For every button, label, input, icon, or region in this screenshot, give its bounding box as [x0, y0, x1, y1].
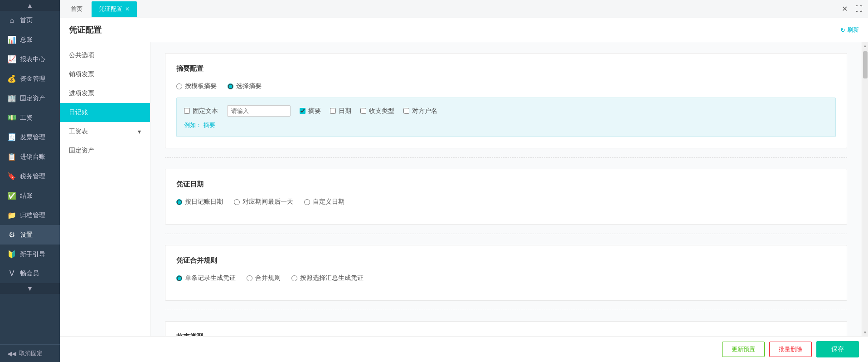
sidebar-item-label: 报表中心	[20, 55, 45, 64]
salary-icon: 💵	[7, 113, 16, 122]
expand-window-button[interactable]: ⛶	[853, 4, 864, 15]
page-content: 凭证配置 ↻ 刷新 公共选项 销项发票 进项发票 日记账	[60, 18, 868, 362]
sidebar-item-salary[interactable]: 💵 工资	[0, 108, 60, 127]
summary-option[interactable]: 摘要	[300, 107, 321, 115]
counterpart-option[interactable]: 对方户名	[403, 107, 437, 115]
tax-icon: 🔖	[7, 172, 16, 181]
sidebar-item-archive[interactable]: 📁 归档管理	[0, 205, 60, 225]
sidebar-item-assets[interactable]: 🏢 固定资产	[0, 88, 60, 108]
reports-icon: 📈	[7, 55, 16, 64]
sidebar-item-invoice-mgmt[interactable]: 🧾 发票管理	[0, 127, 60, 147]
scroll-up-arrow[interactable]: ▲	[862, 42, 868, 49]
sidebar-item-label: 首页	[20, 16, 33, 24]
sidebar-item-vip[interactable]: V 畅会员	[0, 264, 60, 283]
sidebar-item-reports[interactable]: 📈 报表中心	[0, 49, 60, 69]
tab-close-icon[interactable]: ✕	[125, 6, 130, 12]
right-scrollbar: ▲ ▼	[862, 42, 868, 336]
invoice-mgmt-icon: 🧾	[7, 133, 16, 142]
left-nav-public[interactable]: 公共选项	[60, 46, 150, 65]
left-nav-fixed-assets-label: 固定资产	[69, 147, 94, 155]
scroll-thumb[interactable]	[863, 51, 868, 78]
sidebar-scroll-down[interactable]: ▼	[0, 283, 60, 294]
income-type-option[interactable]: 收支类型	[360, 107, 394, 115]
main-area: 首页 凭证配置 ✕ ✕ ⛶ 凭证配置 ↻ 刷新 公共选项	[60, 0, 868, 362]
date-checkbox[interactable]	[330, 108, 336, 114]
tab-voucher-config[interactable]: 凭证配置 ✕	[92, 1, 137, 17]
sidebar-item-label: 税务管理	[20, 172, 45, 181]
pin-icon: ◀◀	[7, 350, 16, 357]
merge-rules-title: 凭证合并规则	[176, 256, 836, 265]
summary-fields-row: 固定文本 摘要 日期	[184, 105, 828, 117]
counterpart-label: 对方户名	[412, 107, 437, 115]
merge-rule-label: 合并规则	[255, 274, 281, 282]
template-mode-radio[interactable]	[176, 83, 182, 89]
sidebar-item-tax[interactable]: 🔖 税务管理	[0, 166, 60, 186]
settings-icon: ⚙	[7, 230, 16, 239]
merge-rule-option[interactable]: 合并规则	[247, 274, 281, 282]
payroll-expand-icon: ▾	[138, 128, 141, 135]
sidebar-item-settings[interactable]: ⚙ 设置	[0, 225, 60, 245]
tab-home-label: 首页	[71, 5, 82, 13]
refresh-button[interactable]: ↻ 刷新	[840, 26, 859, 34]
left-nav-purchase-invoice[interactable]: 进项发票	[60, 84, 150, 103]
by-selection-radio[interactable]	[291, 275, 297, 281]
batch-delete-button[interactable]: 批量删除	[769, 342, 812, 357]
sidebar-item-funds[interactable]: 💰 资金管理	[0, 69, 60, 88]
single-record-radio[interactable]	[176, 275, 182, 281]
update-preview-button[interactable]: 更新预置	[722, 342, 765, 357]
sidebar-item-settlement[interactable]: ✅ 结账	[0, 186, 60, 205]
by-journal-date-radio[interactable]	[176, 199, 182, 205]
left-nav-fixed-assets[interactable]: 固定资产	[60, 141, 150, 160]
sidebar-item-ledger[interactable]: 📊 总账	[0, 30, 60, 49]
fixed-text-input[interactable]	[227, 105, 291, 117]
summary-mode-group: 按模板摘要 选择摘要	[176, 82, 836, 90]
left-nav-journal-label: 日记账	[69, 108, 88, 117]
left-nav-payroll[interactable]: 工资表 ▾	[60, 122, 150, 141]
sidebar-item-home[interactable]: ⌂ 首页	[0, 11, 60, 30]
sidebar-unpin-button[interactable]: ◀◀ 取消固定	[0, 344, 60, 362]
left-nav-sales-invoice-label: 销项发票	[69, 70, 94, 78]
template-mode-option[interactable]: 按模板摘要	[176, 82, 217, 90]
archive-icon: 📁	[7, 211, 16, 220]
sidebar-item-sales-ledger[interactable]: 📋 进销台账	[0, 147, 60, 166]
sidebar-scroll-up[interactable]: ▲	[0, 0, 60, 11]
scroll-down-arrow[interactable]: ▼	[862, 329, 868, 336]
select-mode-option[interactable]: 选择摘要	[228, 82, 262, 90]
income-type-section: 收支类型	[165, 321, 847, 336]
sidebar-item-label: 归档管理	[20, 211, 45, 220]
tab-home[interactable]: 首页	[63, 1, 90, 17]
last-day-radio[interactable]	[234, 199, 240, 205]
by-selection-label: 按照选择汇总生成凭证	[300, 274, 364, 282]
save-button[interactable]: 保存	[816, 341, 859, 357]
summary-checkbox[interactable]	[300, 108, 305, 114]
merge-rule-radio[interactable]	[247, 275, 252, 281]
settlement-icon: ✅	[7, 191, 16, 200]
single-record-label: 单条记录生成凭证	[185, 274, 236, 282]
left-nav-sales-invoice[interactable]: 销项发票	[60, 65, 150, 84]
close-window-button[interactable]: ✕	[839, 4, 850, 15]
custom-date-radio[interactable]	[304, 199, 310, 205]
summary-section: 摘要配置 按模板摘要 选择摘要	[165, 53, 847, 148]
by-selection-option[interactable]: 按照选择汇总生成凭证	[291, 274, 364, 282]
custom-date-option[interactable]: 自定义日期	[304, 198, 344, 206]
summary-options-panel: 固定文本 摘要 日期	[176, 98, 836, 137]
left-nav-purchase-invoice-label: 进项发票	[69, 89, 94, 98]
by-journal-date-option[interactable]: 按日记账日期	[176, 198, 223, 206]
single-record-option[interactable]: 单条记录生成凭证	[176, 274, 236, 282]
example-prefix: 例如：	[184, 122, 202, 128]
fixed-text-checkbox[interactable]	[184, 108, 190, 114]
fixed-text-option[interactable]: 固定文本	[184, 107, 218, 115]
income-type-checkbox[interactable]	[360, 108, 366, 114]
divider-3	[165, 310, 847, 310]
sidebar: ▲ ⌂ 首页 📊 总账 📈 报表中心 💰 资金管理 🏢 固定资产 💵 工资 🧾 …	[0, 0, 60, 362]
voucher-date-title: 凭证日期	[176, 180, 836, 189]
last-day-option[interactable]: 对应期间最后一天	[234, 198, 293, 206]
date-option[interactable]: 日期	[330, 107, 351, 115]
counterpart-checkbox[interactable]	[403, 108, 409, 114]
sidebar-item-label: 固定资产	[20, 94, 45, 103]
select-mode-label: 选择摘要	[236, 82, 262, 90]
left-nav-journal[interactable]: 日记账	[60, 103, 150, 122]
select-mode-radio[interactable]	[228, 83, 233, 89]
page-title: 凭证配置	[69, 24, 102, 35]
sidebar-item-guide[interactable]: 🔰 新手引导	[0, 245, 60, 264]
